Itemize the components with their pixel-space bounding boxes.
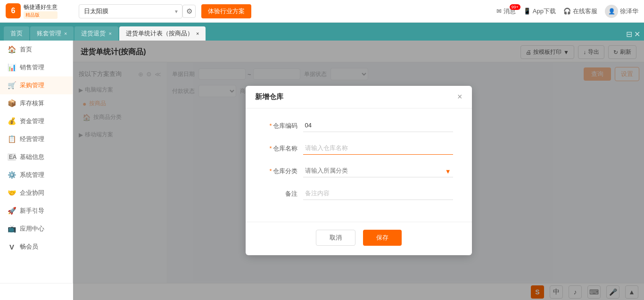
online-service-nav-item[interactable]: 🎧 在线客服 [563, 7, 597, 16]
category-input[interactable] [303, 165, 453, 177]
tab-account[interactable]: 账套管理 × [30, 26, 74, 41]
tab-purchase-return[interactable]: 进货退货 × [74, 26, 118, 41]
settings-icon[interactable]: ⚙ [182, 5, 196, 18]
phone-icon: 📱 [523, 8, 531, 15]
sales-icon: 📊 [8, 63, 16, 72]
form-row-category: 仓库分类 ▼ [264, 165, 453, 177]
tab-home[interactable]: 首页 [4, 26, 29, 41]
home-icon: 🏠 [8, 45, 16, 54]
sidebar: 🏠 首页 📊 销售管理 🛒 采购管理 📦 库存核算 💰 资金管理 📋 经营管理 … [0, 41, 73, 300]
nav-center: 体验行业方案 [201, 4, 496, 18]
avatar: 👤 [605, 5, 618, 18]
category-select-wrapper: ▼ [303, 165, 453, 177]
tab-close-account[interactable]: × [64, 31, 67, 36]
category-dropdown-icon[interactable]: ▼ [445, 167, 451, 175]
save-btn[interactable]: 保存 [363, 230, 402, 246]
tab-close-purchase-return[interactable]: × [108, 31, 111, 36]
system-icon: ⚙️ [8, 171, 16, 179]
tab-close-all-icon[interactable]: ✕ [634, 30, 640, 39]
member-icon: V [8, 243, 16, 251]
tab-close-purchase-stats[interactable]: × [196, 31, 199, 36]
tab-bar: 首页 账套管理 × 进货退货 × 进货单统计表（按商品） × ⊟ ✕ [0, 23, 644, 41]
form-row-note: 备注 [264, 188, 453, 200]
finance-icon: 💰 [8, 117, 16, 125]
modal-title: 新增仓库 [255, 92, 283, 101]
guide-icon: 🚀 [8, 207, 16, 215]
tab-prev-icon[interactable]: ⊟ [626, 30, 632, 39]
sidebar-item-purchase[interactable]: 🛒 采购管理 [0, 76, 73, 94]
logo-icon: 6 [6, 3, 21, 18]
sidebar-item-enterprise[interactable]: 🤝 企业协同 [0, 184, 73, 202]
new-warehouse-modal: 新增仓库 × 仓库编码 仓库名称 仓库分类 [246, 86, 472, 255]
name-input[interactable] [303, 142, 453, 155]
content-area: 进货单统计(按商品) 🖨 按模板打印 ▼ ↓ 导出 ↻ 刷新 [73, 41, 644, 300]
sidebar-item-member[interactable]: V 畅会员 [0, 238, 73, 256]
sidebar-item-operation[interactable]: 📋 经营管理 [0, 130, 73, 148]
form-row-name: 仓库名称 [264, 142, 453, 155]
name-label: 仓库名称 [264, 144, 297, 153]
code-label: 仓库编码 [264, 122, 297, 130]
logo-area: 6 畅捷通好生意 精品版 [6, 3, 79, 19]
user-nav-item[interactable]: 👤 徐泽华 [605, 5, 638, 18]
search-box: ▼ [79, 4, 182, 18]
form-row-code: 仓库编码 [264, 120, 453, 132]
sidebar-item-sales[interactable]: 📊 销售管理 [0, 58, 73, 76]
modal-overlay: 新增仓库 × 仓库编码 仓库名称 仓库分类 [73, 41, 644, 300]
sidebar-item-apps[interactable]: 📺 应用中心 [0, 220, 73, 238]
modal-close-btn[interactable]: × [457, 92, 462, 101]
sidebar-item-home[interactable]: 🏠 首页 [0, 41, 73, 58]
note-input[interactable] [303, 188, 453, 200]
code-input[interactable] [303, 120, 453, 132]
app-download-nav-item[interactable]: 📱 App下载 [523, 7, 556, 16]
tab-controls: ⊟ ✕ [626, 30, 640, 41]
category-label: 仓库分类 [264, 167, 297, 175]
apps-icon: 📺 [8, 225, 16, 233]
sidebar-item-guide[interactable]: 🚀 新手引导 [0, 202, 73, 220]
main-layout: 🏠 首页 📊 销售管理 🛒 采购管理 📦 库存核算 💰 资金管理 📋 经营管理 … [0, 41, 644, 300]
purchase-icon: 🛒 [8, 81, 16, 90]
note-label: 备注 [264, 190, 297, 198]
logo-text: 畅捷通好生意 精品版 [24, 3, 58, 19]
message-badge: 99+ [510, 4, 520, 10]
sidebar-item-basic-info[interactable]: EA 基础信息 [0, 148, 73, 166]
cancel-btn[interactable]: 取消 [316, 230, 355, 246]
basic-info-icon: EA [8, 153, 16, 161]
search-input[interactable] [79, 4, 182, 18]
experience-btn[interactable]: 体验行业方案 [201, 4, 251, 18]
headset-icon: 🎧 [563, 8, 571, 15]
search-dropdown-icon[interactable]: ▼ [174, 8, 179, 14]
tab-purchase-stats[interactable]: 进货单统计表（按商品） × [119, 26, 206, 41]
modal-header: 新增仓库 × [246, 86, 472, 108]
inventory-icon: 📦 [8, 99, 16, 108]
sidebar-item-inventory[interactable]: 📦 库存核算 [0, 94, 73, 112]
modal-footer: 取消 保存 [246, 222, 472, 255]
sidebar-item-finance[interactable]: 💰 资金管理 [0, 112, 73, 130]
nav-right: ✉ 消息 99+ 📱 App下载 🎧 在线客服 👤 徐泽华 [496, 5, 638, 18]
enterprise-icon: 🤝 [8, 189, 16, 197]
top-nav: 6 畅捷通好生意 精品版 ▼ ⚙ 体验行业方案 ✉ 消息 99+ 📱 App下载… [0, 0, 644, 23]
message-icon: ✉ [496, 8, 502, 15]
sidebar-item-system[interactable]: ⚙️ 系统管理 [0, 166, 73, 184]
operation-icon: 📋 [8, 135, 16, 143]
messages-nav-item[interactable]: ✉ 消息 99+ [496, 7, 516, 16]
modal-body: 仓库编码 仓库名称 仓库分类 ▼ [246, 108, 472, 222]
